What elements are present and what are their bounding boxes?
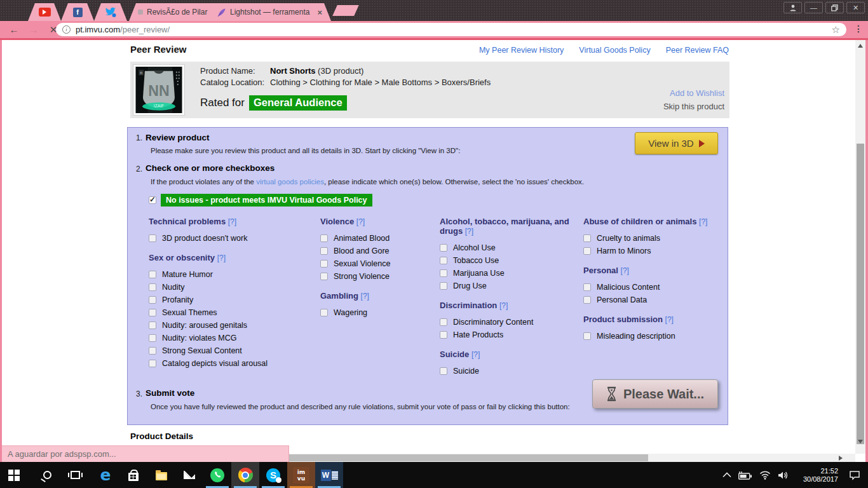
checkbox-label: Nudity (162, 283, 184, 292)
help-link[interactable]: [?] (621, 266, 629, 275)
help-link[interactable]: [?] (471, 350, 480, 359)
taskbar-store[interactable] (119, 462, 147, 488)
catalog-location-label: Catalog Location: (200, 78, 270, 87)
help-link[interactable]: [?] (228, 217, 236, 226)
taskbar-file-explorer[interactable] (147, 462, 175, 488)
skip-product-link[interactable]: Skip this product (663, 102, 724, 111)
new-tab-button[interactable] (332, 5, 359, 16)
help-link[interactable]: [?] (665, 315, 674, 324)
checkbox[interactable] (149, 296, 156, 304)
checkbox-row: Marijuana Use (440, 267, 580, 280)
browser-menu-icon[interactable]: ⋮ (854, 24, 863, 34)
vertical-scrollbar[interactable] (855, 40, 865, 454)
checkbox[interactable] (440, 244, 447, 252)
page-title: Peer Review (130, 44, 186, 55)
tab-close-icon[interactable]: × (317, 8, 322, 17)
checkbox[interactable] (583, 234, 591, 242)
checkbox[interactable] (149, 347, 156, 355)
checkbox[interactable] (149, 283, 156, 291)
checkbox[interactable] (149, 271, 156, 278)
store-icon (128, 473, 139, 481)
link-peer-review-history[interactable]: My Peer Review History (479, 46, 564, 55)
checkbox[interactable] (440, 282, 447, 290)
restore-icon (831, 4, 838, 11)
help-link[interactable]: [?] (217, 254, 226, 262)
taskbar-skype[interactable]: S (259, 462, 287, 488)
checkbox[interactable] (320, 309, 328, 316)
scroll-up-icon[interactable] (858, 44, 863, 48)
checkbox-label: Sexual Themes (162, 308, 217, 317)
back-button[interactable]: ← (8, 24, 20, 35)
profile-button[interactable] (783, 2, 802, 13)
taskbar-mail[interactable] (175, 462, 203, 488)
minimize-icon: — (810, 4, 817, 11)
checkbox[interactable] (583, 332, 591, 340)
checkbox[interactable] (320, 247, 328, 255)
browser-toolbar: ← → ✕ i pt.imvu.com/peer_review/ ☆ (0, 21, 868, 38)
forward-button[interactable]: → (28, 24, 39, 35)
tray-clock[interactable]: 21:52 30/08/2017 (796, 467, 838, 484)
minimize-button[interactable]: — (804, 2, 823, 13)
battery-charging-icon[interactable] (738, 471, 752, 480)
restore-button[interactable] (825, 2, 844, 13)
view-in-3d-button[interactable]: View in 3D (635, 132, 718, 154)
checkbox[interactable] (440, 331, 447, 339)
checkbox[interactable] (149, 322, 156, 329)
virtual-goods-policies-link[interactable]: virtual goods policies (256, 178, 324, 186)
product-summary-box: NN IZAIF n Product Name:Nort Shorts (3D … (130, 62, 729, 118)
scroll-down-icon[interactable] (858, 440, 863, 444)
url-path: /peer_review/ (120, 25, 170, 34)
bookmark-star-icon[interactable]: ☆ (832, 24, 840, 36)
tray-expand-chevron-icon[interactable] (722, 472, 731, 478)
checkbox[interactable] (440, 367, 447, 375)
speaker-icon[interactable] (778, 471, 789, 480)
checkbox[interactable] (583, 296, 591, 304)
pinned-tab-youtube[interactable] (28, 3, 61, 21)
checkbox[interactable] (320, 260, 328, 268)
taskbar-search-button[interactable] (33, 462, 61, 488)
checkbox[interactable] (320, 234, 328, 242)
help-link[interactable]: [?] (499, 301, 508, 310)
checkbox[interactable] (149, 234, 156, 242)
checkbox[interactable] (149, 360, 156, 367)
scroll-right-icon[interactable] (839, 456, 843, 461)
help-link[interactable]: [?] (361, 292, 369, 301)
checkbox[interactable] (583, 247, 591, 255)
help-link[interactable]: [?] (699, 217, 707, 226)
help-link[interactable]: [?] (356, 217, 365, 226)
checkbox-label: Hate Products (453, 330, 503, 339)
taskbar-chrome[interactable] (231, 462, 259, 488)
tab-lightshot[interactable]: Lightshot — ferramenta × (208, 3, 331, 21)
checkbox[interactable] (440, 257, 447, 264)
link-virtual-goods-policy[interactable]: Virtual Goods Policy (579, 46, 650, 55)
task-view-button[interactable] (61, 462, 89, 488)
checkbox[interactable] (149, 334, 156, 342)
start-button[interactable] (0, 462, 28, 488)
taskbar-word[interactable]: W (315, 462, 343, 488)
link-peer-review-faq[interactable]: Peer Review FAQ (666, 46, 729, 55)
checkbox[interactable] (440, 318, 447, 326)
page-info-icon[interactable]: i (62, 25, 71, 34)
add-to-wishlist-link[interactable]: Add to Wishlist (663, 88, 724, 98)
submit-vote-button[interactable]: Please Wait... (592, 379, 718, 409)
action-center-icon[interactable] (849, 470, 860, 480)
checkbox[interactable] (320, 273, 328, 280)
pinned-tab-facebook[interactable]: f (61, 3, 94, 21)
checkbox[interactable] (440, 269, 447, 277)
checkbox-label: Personal Data (597, 295, 647, 304)
wifi-icon[interactable] (759, 471, 771, 480)
taskbar-edge[interactable]: e (92, 462, 119, 488)
step2-desc: If the product violates any of the virtu… (151, 178, 584, 186)
taskbar-imvu[interactable]: imvu (287, 462, 315, 488)
help-link[interactable]: [?] (465, 227, 473, 236)
close-button[interactable]: ✕ (846, 2, 865, 13)
address-bar[interactable]: i pt.imvu.com/peer_review/ ☆ (56, 23, 846, 36)
pinned-tab-twitter[interactable] (94, 3, 127, 21)
checkbox[interactable] (583, 283, 591, 291)
checkbox[interactable] (149, 309, 156, 316)
category-header: Discrimination [?] (440, 301, 580, 311)
vertical-scrollbar-thumb[interactable] (857, 144, 864, 444)
feather-icon (217, 8, 226, 17)
taskbar-whatsapp[interactable] (203, 462, 231, 488)
no-issues-checkbox[interactable] (149, 196, 156, 204)
